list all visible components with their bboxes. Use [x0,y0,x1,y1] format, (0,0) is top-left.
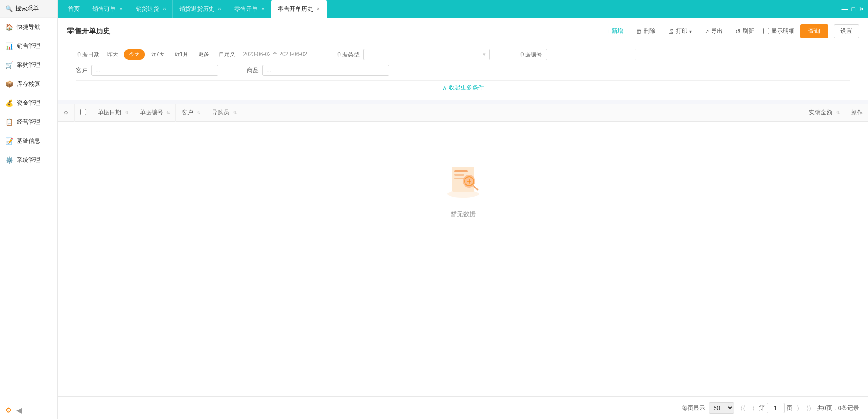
number-filter-input[interactable] [546,49,636,60]
total-label: 共0页，0条记录 [817,404,859,412]
sidebar-label-inventory: 库存核算 [17,80,40,88]
settings-filter-button[interactable]: 设置 [834,24,859,38]
select-all-checkbox[interactable] [80,109,86,115]
page-num-label: 第 [759,404,765,412]
print-label: 打印 [676,27,688,35]
prev-page-btn[interactable]: ⟨ [749,404,757,413]
sidebar-item-sys-mgmt[interactable]: ⚙️ 系统管理 [0,151,57,169]
empty-text: 暂无数据 [451,210,476,218]
more-btn[interactable]: 更多 [194,49,213,60]
tab-sales-return[interactable]: 销货退货 × [129,0,173,18]
tab-retail-history-close[interactable]: × [317,6,320,12]
sort-number-icon[interactable]: ⇅ [166,110,170,115]
money-icon: 💰 [5,99,13,107]
page-header: 零售开单历史 + 新增 🗑 删除 🖨 打印 ▾ ↗ 导出 [58,18,868,100]
main-content: 首页 销售订单 × 销货退货 × 销货退货历史 × 零售开单 × 零售开单历史 … [58,0,868,419]
filter-goods-item: 商品 ... [247,65,389,76]
next-page-btn[interactable]: ⟩ [794,404,802,413]
sidebar-label-basic: 基础信息 [17,137,40,145]
print-button[interactable]: 🖨 打印 ▾ [664,25,695,37]
sidebar-search[interactable]: 🔍 搜索采单 [0,0,57,18]
doc-icon: 📝 [5,137,13,145]
page-size-select[interactable]: 50 10 20 100 [709,402,734,414]
toolbar-buttons: + 新增 🗑 删除 🖨 打印 ▾ ↗ 导出 ↺ [603,24,859,38]
goods-filter-label: 商品 [247,66,259,75]
delete-icon: 🗑 [636,28,642,35]
minimize-icon[interactable]: — [842,5,848,13]
refresh-label: 刷新 [742,27,754,35]
tab-sales-order-label: 销售订单 [92,5,116,13]
collapse-more-btn[interactable]: ∧ 收起更多条件 [76,80,850,94]
collapse-label: 收起更多条件 [449,84,484,92]
page-size-label: 每页显示 [682,404,705,412]
sidebar-item-sales-mgmt[interactable]: 📊 销售管理 [0,37,57,56]
page-number-input[interactable] [767,403,785,413]
sidebar-label-sys: 系统管理 [17,156,40,164]
number-filter-label: 单据编号 [519,51,542,59]
query-button[interactable]: 查询 [800,24,828,38]
tab-retail-open[interactable]: 零售开单 × [228,0,271,18]
col-amount-label: 实销金额 [809,109,832,116]
maximize-icon[interactable]: □ [852,5,855,13]
sidebar-item-operations[interactable]: 📋 经营管理 [0,113,57,132]
delete-button[interactable]: 🗑 删除 [632,25,659,37]
svg-rect-3 [454,174,464,176]
col-guide-label: 导购员 [212,109,229,116]
tab-sales-return-history[interactable]: 销货退货历史 × [173,0,228,18]
sidebar-item-inventory[interactable]: 📦 库存核算 [0,75,57,94]
goods-filter-select[interactable]: ... [262,65,389,76]
tab-home-label: 首页 [68,5,80,13]
sidebar-item-quick-nav[interactable]: 🏠 快捷导航 [0,18,57,37]
sidebar-item-purchase-mgmt[interactable]: 🛒 采购管理 [0,56,57,75]
type-filter-select[interactable]: ▾ [363,49,490,60]
filter-date-item: 单据日期 昨天 今天 近7天 近1月 更多 自定义 2023-06-02 至 2… [76,49,307,60]
refresh-icon: ↺ [735,28,740,35]
sidebar-item-finance[interactable]: 💰 资金管理 [0,94,57,113]
sort-amount-icon[interactable]: ⇅ [836,110,840,115]
refresh-button[interactable]: ↺ 刷新 [732,25,758,37]
tab-sales-return-close[interactable]: × [163,6,166,12]
filter-area: 单据日期 昨天 今天 近7天 近1月 更多 自定义 2023-06-02 至 2… [67,43,859,100]
sidebar-label-finance: 资金管理 [17,99,40,107]
col-date: 单据日期 ⇅ [92,104,134,122]
svg-rect-2 [454,170,468,172]
close-window-icon[interactable]: ✕ [859,5,864,13]
home-icon: 🏠 [5,24,13,31]
tab-sales-order-close[interactable]: × [119,6,123,12]
print-chevron-icon: ▾ [689,29,692,34]
table-settings-icon[interactable]: ⚙ [63,109,69,116]
settings-gear-icon[interactable]: ⚙ [5,406,12,414]
tab-retail-open-close[interactable]: × [261,6,265,12]
last-page-btn[interactable]: ⟩⟩ [804,404,814,413]
first-page-btn[interactable]: ⟨⟨ [738,404,748,413]
tab-sales-order[interactable]: 销售订单 × [86,0,129,18]
sidebar-item-basic-info[interactable]: 📝 基础信息 [0,132,57,151]
page-of-label: 页 [787,404,792,412]
sidebar-bottom: ⚙ ◀ [0,401,57,419]
add-button[interactable]: + 新增 [603,25,627,37]
tab-sales-return-history-label: 销货退货历史 [179,5,214,13]
col-action-label: 操作 [851,109,863,116]
sort-guide-icon[interactable]: ⇅ [233,110,237,115]
sort-customer-icon[interactable]: ⇅ [197,110,200,115]
tab-retail-open-label: 零售开单 [234,5,258,13]
today-btn[interactable]: 今天 [124,49,145,60]
empty-illustration [441,158,486,203]
goods-placeholder: ... [266,67,271,74]
clipboard-icon: 📋 [5,118,13,126]
display-detail-checkbox-label[interactable]: 显示明细 [763,27,795,35]
custom-btn[interactable]: 自定义 [215,49,239,60]
yesterday-btn[interactable]: 昨天 [103,49,122,60]
1month-btn[interactable]: 近1月 [171,49,193,60]
delete-label: 删除 [644,27,655,35]
tab-sales-return-history-close[interactable]: × [218,6,221,12]
7days-btn[interactable]: 近7天 [147,49,169,60]
collapse-sidebar-icon[interactable]: ◀ [16,406,22,414]
tab-retail-history[interactable]: 零售开单历史 × [271,0,327,18]
sort-date-icon[interactable]: ⇅ [125,110,128,115]
export-button[interactable]: ↗ 导出 [701,25,726,37]
display-detail-checkbox[interactable] [763,28,769,34]
sidebar: 🔍 搜索采单 🏠 快捷导航 📊 销售管理 🛒 采购管理 📦 库存核算 💰 资金管… [0,0,58,419]
customer-filter-select[interactable]: ... [91,65,218,76]
tab-home[interactable]: 首页 [62,0,86,18]
